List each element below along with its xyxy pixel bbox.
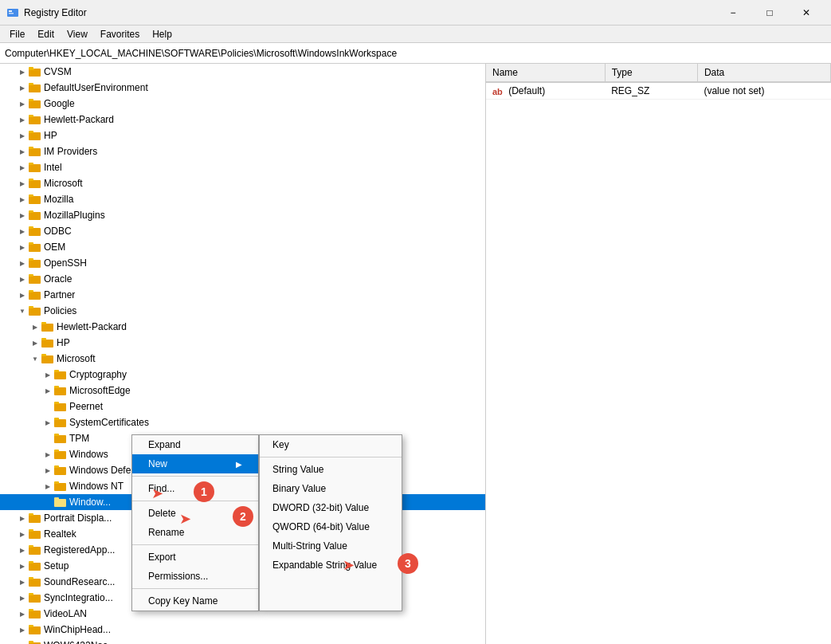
tree-item-google[interactable]: Google — [0, 96, 485, 112]
expander[interactable] — [16, 591, 29, 604]
context-menu-permissions[interactable]: Permissions... — [132, 567, 258, 586]
context-menu-new[interactable]: New ▶ — [132, 454, 258, 473]
tree-item-systemcertificates[interactable]: SystemCertificates — [0, 414, 485, 430]
tree-item-hewlettpackard[interactable]: Hewlett-Packard — [0, 112, 485, 128]
reg-name-cell: ab (Default) — [486, 82, 605, 100]
expander[interactable] — [41, 480, 54, 493]
expander[interactable] — [16, 241, 29, 253]
tree-item-partner[interactable]: Partner — [0, 287, 485, 303]
submenu-item-stringvalue[interactable]: String Value — [260, 460, 402, 479]
tree-item-oem[interactable]: OEM — [0, 239, 485, 255]
tree-item-cvsm[interactable]: CVSM — [0, 64, 485, 80]
expander[interactable] — [29, 352, 41, 365]
expander[interactable] — [16, 560, 29, 572]
expander[interactable] — [16, 512, 29, 524]
submenu-item-key[interactable]: Key — [260, 435, 402, 454]
menu-help[interactable]: Help — [146, 27, 178, 41]
expander[interactable] — [41, 416, 54, 429]
maximize-button[interactable]: □ — [751, 0, 788, 26]
svg-rect-72 — [29, 611, 41, 618]
expander-cvsm[interactable] — [16, 65, 29, 78]
expander[interactable] — [16, 145, 29, 158]
expander[interactable] — [16, 81, 29, 94]
tree-item-cryptography[interactable]: Cryptography — [0, 367, 485, 383]
tree-item-defaultuserenvironment[interactable]: DefaultUserEnvironment — [0, 80, 485, 96]
submenu-item-binaryvalue[interactable]: Binary Value — [260, 479, 402, 498]
expander[interactable] — [41, 448, 54, 461]
expander[interactable] — [16, 623, 29, 636]
context-menu-expand[interactable]: Expand — [132, 435, 258, 454]
context-menu-rename[interactable]: Rename — [132, 523, 258, 542]
expander[interactable] — [29, 320, 41, 333]
tree-item-hp2[interactable]: Hewlett-Packard — [0, 319, 485, 335]
tree-item-improviders[interactable]: IM Providers — [0, 143, 485, 159]
expander[interactable] — [16, 177, 29, 190]
tree-label: Mozilla — [44, 194, 73, 205]
expander[interactable] — [16, 257, 29, 269]
tree-label: SyncIntegratio... — [44, 592, 113, 603]
folder-icon — [54, 496, 67, 509]
expander[interactable] — [16, 161, 29, 174]
submenu-item-expandablestringvalue[interactable]: Expandable String Value — [260, 556, 402, 575]
menu-favorites[interactable]: Favorites — [94, 27, 146, 41]
expander[interactable] — [41, 384, 54, 397]
svg-rect-57 — [54, 481, 59, 484]
expander[interactable] — [41, 368, 54, 381]
address-path: Computer\HKEY_LOCAL_MACHINE\SOFTWARE\Pol… — [5, 48, 397, 59]
svg-rect-26 — [29, 244, 41, 252]
expander[interactable] — [16, 575, 29, 588]
tree-item-intel[interactable]: Intel — [0, 159, 485, 175]
tree-item-wow6432noc[interactable]: WOW6432Noc... — [0, 638, 485, 644]
expander[interactable] — [16, 273, 29, 285]
svg-rect-25 — [29, 226, 33, 229]
svg-rect-23 — [29, 210, 33, 213]
expander[interactable] — [16, 225, 29, 238]
expander[interactable] — [16, 193, 29, 206]
expander[interactable] — [16, 639, 29, 644]
expander[interactable] — [16, 113, 29, 126]
tree-item-policies[interactable]: Policies — [0, 303, 485, 319]
svg-rect-19 — [29, 179, 33, 181]
context-menu-delete[interactable]: Delete — [132, 504, 258, 523]
tree-item-microsoftedge[interactable]: MicrosoftEdge — [0, 383, 485, 399]
expander[interactable] — [16, 528, 29, 540]
tree-item-winchiphead[interactable]: WinChipHead... — [0, 622, 485, 638]
context-menu-find[interactable]: Find... — [132, 479, 258, 498]
expander-policies[interactable] — [16, 304, 29, 317]
menu-edit[interactable]: Edit — [31, 27, 61, 41]
expander[interactable] — [29, 336, 41, 349]
expander[interactable] — [16, 544, 29, 556]
svg-rect-50 — [54, 435, 66, 443]
folder-icon — [29, 113, 41, 126]
tree-item-microsoft-policies[interactable]: Microsoft — [0, 351, 485, 367]
minimize-button[interactable]: − — [715, 0, 751, 26]
expander[interactable] — [16, 209, 29, 222]
tree-item-openssh[interactable]: OpenSSH — [0, 255, 485, 271]
menu-view[interactable]: View — [61, 27, 94, 41]
tree-item-microsoft[interactable]: Microsoft — [0, 175, 485, 191]
folder-icon — [54, 432, 67, 445]
tree-item-hp3[interactable]: HP — [0, 335, 485, 351]
tree-item-oracle[interactable]: Oracle — [0, 271, 485, 287]
submenu-item-multistringvalue[interactable]: Multi-String Value — [260, 536, 402, 556]
close-button[interactable]: ✕ — [788, 0, 825, 26]
svg-rect-40 — [41, 355, 53, 363]
table-row[interactable]: ab (Default) REG_SZ (value not set) — [486, 82, 831, 100]
svg-rect-75 — [29, 625, 33, 627]
expander[interactable] — [16, 289, 29, 301]
tree-item-odbc[interactable]: ODBC — [0, 223, 485, 239]
separator — [132, 544, 258, 545]
menu-file[interactable]: File — [3, 27, 31, 41]
expander[interactable] — [16, 97, 29, 110]
expander[interactable] — [16, 607, 29, 620]
tree-item-hp[interactable]: HP — [0, 128, 485, 143]
submenu-item-qwordvalue[interactable]: QWORD (64-bit) Value — [260, 517, 402, 536]
expander[interactable] — [41, 464, 54, 477]
tree-item-mozilla[interactable]: Mozilla — [0, 191, 485, 207]
context-menu-copykeyname[interactable]: Copy Key Name — [132, 591, 258, 611]
context-menu-export[interactable]: Export — [132, 548, 258, 567]
tree-item-peernet[interactable]: Peernet — [0, 399, 485, 414]
tree-item-mozillaplugins[interactable]: MozillaPlugins — [0, 207, 485, 223]
submenu-item-dwordvalue[interactable]: DWORD (32-bit) Value — [260, 498, 402, 517]
expander[interactable] — [16, 129, 29, 142]
